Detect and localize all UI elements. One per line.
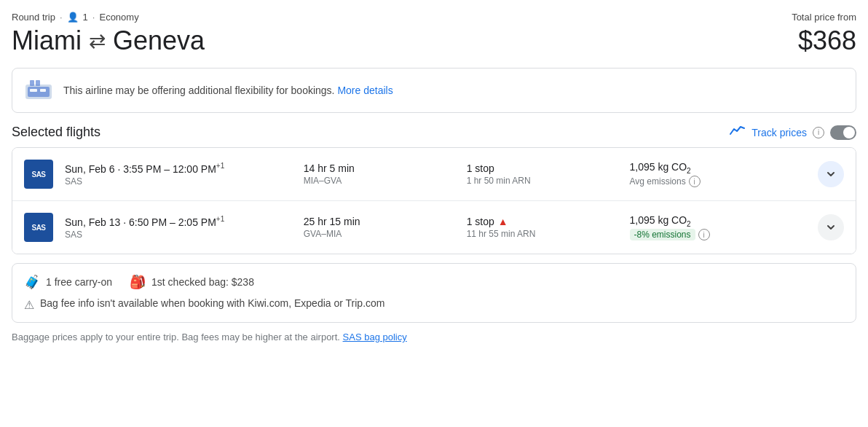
flexibility-text: This airline may be offering additional … (63, 85, 393, 96)
airline-logo: SAS (24, 213, 53, 242)
total-price-label: Total price from (792, 12, 856, 23)
flight-row: SAS Sun, Feb 13 · 6:50 PM – 2:05 PM+1 SA… (12, 201, 856, 254)
footer-note-text: Baggage prices apply to your entire trip… (12, 332, 340, 342)
duration-route: GVA–MIA (304, 229, 455, 239)
origin-city: Miami (12, 26, 82, 56)
warning-triangle-icon: ⚠ (24, 298, 34, 312)
checked-bag-icon: 🎒 (130, 274, 146, 290)
flight-emissions: 1,095 kg CO2 -8% emissions i (630, 214, 807, 241)
expand-flight-button[interactable] (818, 214, 844, 240)
emissions-sub: -8% emissions i (630, 229, 807, 240)
track-prices-label[interactable]: Track prices (751, 127, 807, 138)
emissions-sub: Avg emissions i (630, 176, 807, 187)
flight-datetime: Sun, Feb 6 · 3:55 PM – 12:00 PM+1 (65, 162, 292, 175)
svg-rect-5 (36, 80, 40, 86)
svg-rect-2 (30, 89, 37, 92)
expand-flight-button[interactable] (818, 161, 844, 187)
route-title: Miami ⇄ Geneva (12, 26, 205, 56)
person-icon: 👤 (67, 12, 79, 23)
stops-detail: 1 hr 50 min ARN (467, 176, 618, 186)
section-title: Selected flights (12, 125, 100, 140)
checked-bag-label: 1st checked bag: $238 (151, 276, 254, 288)
emissions-main: 1,095 kg CO2 (630, 161, 807, 175)
flight-duration: 14 hr 5 min MIA–GVA (304, 162, 455, 186)
airline-name: SAS (65, 176, 292, 187)
flight-stops: 1 stop ▲ 11 hr 55 min ARN (467, 216, 618, 239)
flight-stops: 1 stop 1 hr 50 min ARN (467, 162, 618, 186)
checked-bag-item: 🎒 1st checked bag: $238 (130, 274, 254, 290)
baggage-section: 🧳 1 free carry-on 🎒 1st checked bag: $23… (12, 263, 856, 323)
trip-type-label: Round trip (12, 12, 55, 23)
stops-main: 1 stop ▲ (467, 216, 618, 227)
trip-meta: Round trip · 👤 1 · Economy (12, 12, 205, 23)
page-header: Round trip · 👤 1 · Economy Miami ⇄ Genev… (12, 12, 856, 56)
fee-notice-text: Bag fee info isn't available when bookin… (40, 297, 384, 309)
svg-rect-3 (40, 89, 46, 92)
cabin-class: Economy (99, 12, 138, 23)
flexibility-banner: This airline may be offering additional … (12, 68, 856, 113)
flight-info: Sun, Feb 13 · 6:50 PM – 2:05 PM+1 SAS (65, 215, 292, 240)
trend-icon (730, 125, 746, 140)
total-price-value: $368 (792, 26, 856, 56)
header-left: Round trip · 👤 1 · Economy Miami ⇄ Genev… (12, 12, 205, 56)
svg-rect-4 (30, 80, 34, 86)
emissions-main: 1,095 kg CO2 (630, 214, 807, 228)
bag-policy-link[interactable]: SAS bag policy (343, 332, 407, 342)
flights-container: SAS Sun, Feb 6 · 3:55 PM – 12:00 PM+1 SA… (12, 147, 856, 254)
destination-city: Geneva (113, 26, 205, 56)
duration-route: MIA–GVA (304, 176, 455, 186)
track-prices-area: Track prices i (730, 125, 856, 140)
carry-on-icon: 🧳 (24, 274, 40, 290)
track-prices-toggle[interactable] (830, 125, 856, 140)
airline-name: SAS (65, 230, 292, 240)
emissions-info-icon[interactable]: i (698, 229, 710, 240)
flight-duration: 25 hr 15 min GVA–MIA (304, 216, 455, 239)
duration-main: 25 hr 15 min (304, 216, 455, 227)
duration-main: 14 hr 5 min (304, 162, 455, 174)
carry-on-label: 1 free carry-on (46, 276, 112, 288)
route-arrow-icon: ⇄ (89, 29, 106, 53)
flight-emissions: 1,095 kg CO2 Avg emissions i (630, 161, 807, 188)
header-right: Total price from $368 (792, 12, 856, 56)
footer-note: Baggage prices apply to your entire trip… (12, 332, 856, 351)
flight-datetime: Sun, Feb 13 · 6:50 PM – 2:05 PM+1 (65, 215, 292, 228)
stops-main: 1 stop (467, 162, 618, 174)
carry-on-item: 🧳 1 free carry-on (24, 274, 112, 290)
fee-notice: ⚠ Bag fee info isn't available when book… (24, 297, 844, 312)
baggage-row: 🧳 1 free carry-on 🎒 1st checked bag: $23… (24, 274, 844, 290)
more-details-link[interactable]: More details (337, 85, 392, 96)
flexibility-message: This airline may be offering additional … (63, 85, 335, 96)
warning-icon: ▲ (498, 216, 508, 227)
emissions-info-icon[interactable]: i (689, 176, 701, 187)
flexibility-icon (24, 79, 53, 102)
stops-detail: 11 hr 55 min ARN (467, 229, 618, 239)
airline-logo: SAS (24, 160, 53, 189)
track-prices-info-icon[interactable]: i (813, 127, 824, 138)
section-header: Selected flights Track prices i (12, 125, 856, 140)
passengers-count: 1 (83, 12, 88, 23)
flight-row: SAS Sun, Feb 6 · 3:55 PM – 12:00 PM+1 SA… (12, 148, 856, 201)
flight-info: Sun, Feb 6 · 3:55 PM – 12:00 PM+1 SAS (65, 162, 292, 187)
emissions-badge: -8% emissions (630, 229, 695, 240)
